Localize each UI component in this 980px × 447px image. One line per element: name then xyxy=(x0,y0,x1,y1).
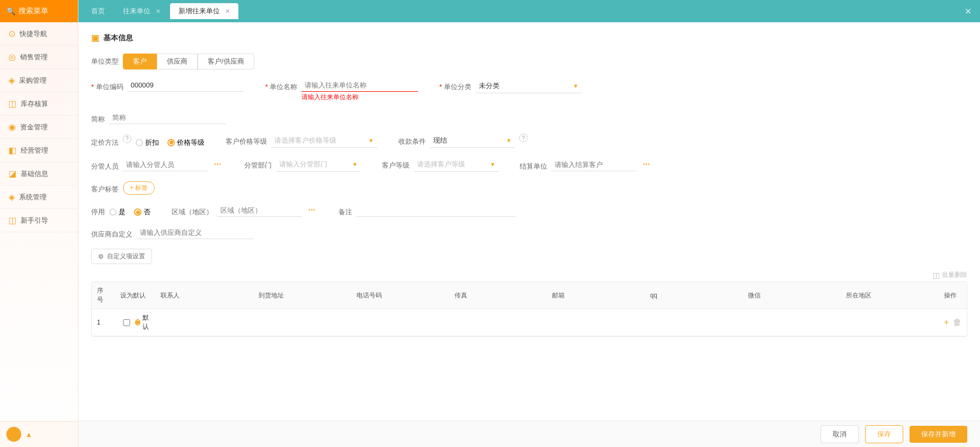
supervisor-more-btn[interactable]: ··· xyxy=(212,159,223,170)
close-all-tabs-button[interactable]: ✕ xyxy=(960,4,976,19)
customer-price-level-select[interactable]: 请选择客户价格等级 ▼ xyxy=(271,134,377,148)
disable-yes-radio[interactable]: 是 xyxy=(109,207,126,217)
disable-field: 停用 是 否 xyxy=(91,204,150,217)
settlement-more-btn[interactable]: ··· xyxy=(640,159,652,170)
pricing-method-field: 定价方法 ? 折扣 价格等级 xyxy=(91,135,204,147)
tab-home[interactable]: 首页 xyxy=(83,3,113,19)
wechat-input[interactable] xyxy=(748,319,835,327)
unit-name-input[interactable] xyxy=(301,79,418,92)
cell-seq: 1 xyxy=(92,309,115,336)
pricing-help-icon[interactable]: ? xyxy=(123,135,131,143)
purchase-icon: ◈ xyxy=(8,75,15,85)
pricing-level-radio[interactable]: 价格等级 xyxy=(167,138,204,147)
sidebar-item-label: 系统管理 xyxy=(19,192,47,202)
dept-placeholder: 请输入分管部门 xyxy=(279,160,350,169)
customer-tag-row: 客户标签 + 标签 xyxy=(91,181,967,195)
short-name-field: 简称 xyxy=(91,111,226,124)
region-label: 区域（地区） xyxy=(172,204,213,217)
sidebar-item-guide[interactable]: ◫ 新手引导 xyxy=(0,209,78,232)
type-btn-supplier[interactable]: 供应商 xyxy=(157,54,198,69)
supplier-custom-input[interactable] xyxy=(137,226,253,239)
table-region-input[interactable] xyxy=(846,319,933,327)
sidebar-item-quick-nav[interactable]: ⊙ 快捷导航 xyxy=(0,22,78,46)
supervisor-label: 分管人员 xyxy=(91,159,119,171)
tab-new-counterparty-close[interactable]: ✕ xyxy=(225,8,230,15)
region-more-btn[interactable]: ··· xyxy=(306,204,317,216)
supervisor-row: 分管人员 ··· 分管部门 请输入分管部门 ▼ 客户等级 请选择客户等级 ▼ 结… xyxy=(91,157,967,172)
supervisor-input[interactable] xyxy=(123,159,208,171)
sidebar-item-system[interactable]: ◈ 系统管理 xyxy=(0,186,78,209)
remark-input[interactable] xyxy=(357,204,515,217)
discount-radio-label: 折扣 xyxy=(145,138,159,147)
unit-category-select[interactable]: 未分类 ▼ xyxy=(476,79,582,93)
cell-fax[interactable] xyxy=(449,309,547,336)
custom-settings-button[interactable]: ⚙ 自定义项设置 xyxy=(91,249,152,264)
save-button[interactable]: 保存 xyxy=(865,425,903,443)
disable-no-outer xyxy=(134,208,141,216)
sidebar-item-inventory[interactable]: ◫ 库存核算 xyxy=(0,92,78,116)
address-input[interactable] xyxy=(259,319,346,327)
disable-no-radio[interactable]: 否 xyxy=(134,207,150,217)
tab-new-counterparty[interactable]: 新增往来单位 ✕ xyxy=(170,3,238,19)
unit-name-error: 请输入往来单位名称 xyxy=(301,93,418,102)
sidebar-search[interactable]: 🔍 搜索菜单 xyxy=(0,0,78,22)
cell-email[interactable] xyxy=(547,309,645,336)
unit-code-input[interactable] xyxy=(128,79,244,92)
contacts-table-wrap: 序号 设为默认 联系人 到货地址 电话号码 传真 邮箱 qq 微信 所在地区 操… xyxy=(91,282,967,337)
dept-label: 分管部门 xyxy=(244,157,272,170)
row-delete-btn[interactable]: 🗑 xyxy=(953,318,961,327)
cancel-button[interactable]: 取消 xyxy=(821,425,859,443)
tab-counterparty-close[interactable]: ✕ xyxy=(156,8,161,15)
col-qq: qq xyxy=(645,282,743,309)
payment-terms-help-icon[interactable]: ? xyxy=(519,134,528,142)
type-btn-both[interactable]: 客户/供应商 xyxy=(198,54,254,69)
payment-terms-arrow: ▼ xyxy=(506,137,512,144)
pricing-discount-radio[interactable]: 折扣 xyxy=(136,138,159,147)
qq-input[interactable] xyxy=(650,319,737,327)
cell-phone[interactable] xyxy=(351,309,449,336)
cell-address[interactable] xyxy=(253,309,351,336)
sidebar-item-label: 基础信息 xyxy=(21,169,48,179)
contact-input[interactable] xyxy=(161,319,248,327)
cell-region[interactable] xyxy=(841,309,939,336)
sidebar-item-finance[interactable]: ◉ 资金管理 xyxy=(0,116,78,139)
sidebar-item-purchase[interactable]: ◈ 采购管理 xyxy=(0,69,78,92)
customer-price-level-arrow: ▼ xyxy=(368,137,374,144)
region-field: 区域（地区） ··· xyxy=(172,204,317,217)
default-radio[interactable]: 默认 xyxy=(135,313,150,331)
custom-settings-label: 自定义项设置 xyxy=(107,252,145,261)
tab-counterparty-label: 往来单位 xyxy=(123,6,150,16)
phone-input[interactable] xyxy=(357,319,444,327)
disable-yes-label: 是 xyxy=(119,207,126,217)
type-btn-customer[interactable]: 客户 xyxy=(123,54,157,69)
section-basic-info: ▣ 基本信息 xyxy=(91,33,967,43)
row-checkbox[interactable] xyxy=(120,319,133,326)
dept-select[interactable]: 请输入分管部门 ▼ xyxy=(276,157,361,172)
payment-terms-select[interactable]: 现结 ▼ xyxy=(430,134,515,148)
row-add-btn[interactable]: + xyxy=(944,318,949,327)
cell-qq[interactable] xyxy=(645,309,743,336)
pricing-row: 定价方法 ? 折扣 价格等级 客户价格等级 xyxy=(91,134,967,148)
supplier-custom-row: 供应商自定义 xyxy=(91,226,967,239)
sidebar-item-sales[interactable]: ◎ 销售管理 xyxy=(0,46,78,69)
short-name-input[interactable] xyxy=(109,111,226,124)
unit-category-arrow: ▼ xyxy=(573,83,578,89)
email-input[interactable] xyxy=(552,319,639,327)
batch-delete-label[interactable]: 批量删除 xyxy=(942,270,967,279)
col-ops: 操作 xyxy=(939,282,967,309)
add-tag-button[interactable]: + 标签 xyxy=(123,181,155,195)
fax-input[interactable] xyxy=(455,319,542,327)
customer-tag-label: 客户标签 xyxy=(91,181,119,194)
sidebar-item-basic[interactable]: ◪ 基础信息 xyxy=(0,162,78,186)
tab-counterparty[interactable]: 往来单位 ✕ xyxy=(114,3,169,19)
region-input[interactable] xyxy=(217,204,302,217)
cell-wechat[interactable] xyxy=(743,309,841,336)
cell-contact[interactable] xyxy=(155,309,253,336)
customer-level-select[interactable]: 请选择客户等级 ▼ xyxy=(414,157,498,172)
sidebar-item-operations[interactable]: ◧ 经营管理 xyxy=(0,139,78,162)
settlement-input[interactable] xyxy=(551,159,636,171)
unit-type-row: 单位类型 客户 供应商 客户/供应商 xyxy=(91,54,967,69)
tab-new-counterparty-label: 新增往来单位 xyxy=(179,6,220,16)
save-and-new-button[interactable]: 保存并新增 xyxy=(910,426,967,443)
sidebar-item-label: 新手引导 xyxy=(21,216,48,225)
